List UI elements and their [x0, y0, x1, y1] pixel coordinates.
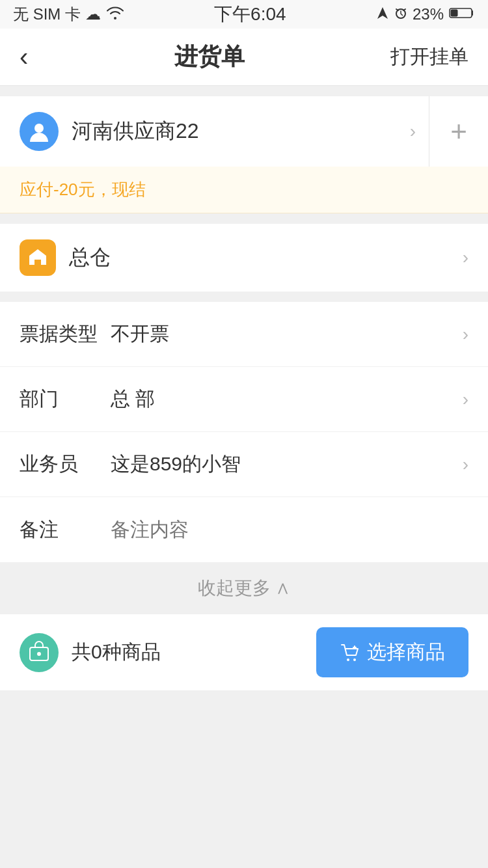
supplier-chevron-icon: ›	[410, 121, 416, 142]
supplier-name: 河南供应商22	[72, 117, 403, 146]
cart-icon	[340, 642, 360, 663]
salesperson-chevron-icon: ›	[463, 454, 468, 475]
section-divider-1	[0, 86, 488, 96]
department-chevron-icon: ›	[463, 389, 468, 410]
warehouse-name: 总仓	[69, 243, 456, 272]
nav-bar: ‹ 进货单 打开挂单	[0, 29, 488, 86]
collapse-button[interactable]: 收起更多 ∧	[198, 576, 291, 601]
battery-text: 23%	[413, 5, 444, 23]
alarm-icon	[394, 5, 407, 23]
bottom-bar: 共0种商品 选择商品	[0, 614, 488, 690]
warehouse-chevron-icon: ›	[463, 247, 468, 268]
status-time: 下午6:04	[214, 2, 286, 27]
supplier-selector[interactable]: 河南供应商22 ›	[0, 96, 429, 167]
invoice-type-chevron-icon: ›	[463, 324, 468, 345]
collapse-section: 收起更多 ∧	[0, 562, 488, 614]
select-product-button[interactable]: 选择商品	[316, 627, 468, 677]
invoice-type-label: 票据类型	[20, 321, 111, 347]
remark-label: 备注	[20, 517, 111, 543]
select-product-label: 选择商品	[367, 639, 445, 666]
form-section: 票据类型 不开票 › 部门 总 部 › 业务员 这是859的小智 › 备注	[0, 302, 488, 562]
invoice-type-value: 不开票	[111, 321, 463, 347]
battery-icon	[449, 5, 475, 23]
status-bar: 无 SIM 卡 ☁ 下午6:04 23%	[0, 0, 488, 29]
status-left: 无 SIM 卡 ☁	[13, 4, 124, 25]
svg-point-7	[347, 658, 349, 661]
warehouse-icon	[20, 239, 56, 276]
section-divider-2	[0, 213, 488, 224]
notice-bar: 应付-20元，现结	[0, 167, 488, 213]
location-icon	[376, 5, 389, 23]
department-label: 部门	[20, 386, 111, 413]
svg-point-3	[34, 124, 44, 133]
notice-text: 应付-20元，现结	[20, 180, 146, 199]
supplier-avatar	[20, 112, 59, 151]
department-value: 总 部	[111, 386, 463, 413]
product-count: 共0种商品	[72, 639, 316, 666]
page-title: 进货单	[174, 41, 245, 73]
product-icon	[20, 633, 59, 672]
salesperson-row[interactable]: 业务员 这是859的小智 ›	[0, 432, 488, 497]
collapse-label: 收起更多 ∧	[198, 576, 291, 601]
svg-rect-4	[34, 260, 41, 265]
salesperson-value: 这是859的小智	[111, 451, 463, 478]
salesperson-label: 业务员	[20, 451, 111, 478]
remark-input[interactable]	[111, 519, 468, 541]
no-sim-text: 无 SIM 卡 ☁	[13, 4, 101, 25]
section-divider-3	[0, 292, 488, 302]
wifi-icon	[106, 5, 124, 23]
svg-point-6	[37, 652, 41, 656]
remark-row: 备注	[0, 497, 488, 562]
back-button[interactable]: ‹	[20, 42, 28, 72]
add-supplier-button[interactable]: +	[429, 96, 488, 167]
status-right: 23%	[376, 5, 475, 23]
invoice-type-row[interactable]: 票据类型 不开票 ›	[0, 302, 488, 367]
supplier-section: 河南供应商22 › +	[0, 96, 488, 167]
rest-area	[0, 690, 488, 868]
department-row[interactable]: 部门 总 部 ›	[0, 367, 488, 432]
open-pending-button[interactable]: 打开挂单	[390, 44, 468, 70]
warehouse-row[interactable]: 总仓 ›	[0, 224, 488, 292]
svg-rect-2	[451, 10, 458, 17]
svg-point-8	[353, 658, 356, 661]
